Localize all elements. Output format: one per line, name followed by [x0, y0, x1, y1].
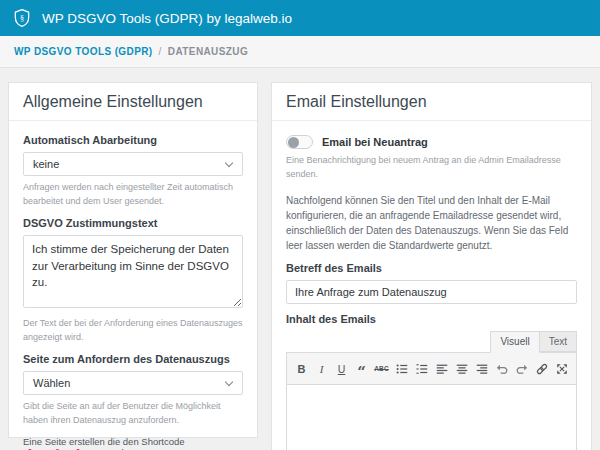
editor-toolbar: B I U “ ABC: [286, 352, 577, 385]
email-settings-body: Email bei Neuantrag Eine Benachrichtigun…: [272, 121, 591, 450]
tab-text[interactable]: Text: [540, 331, 577, 352]
shield-paragraph-icon: §: [12, 8, 32, 28]
general-settings-panel: Allgemeine Einstellungen Automatisch Aba…: [8, 82, 258, 438]
svg-text:§: §: [20, 14, 24, 23]
general-settings-header: Allgemeine Einstellungen: [9, 83, 257, 121]
italic-icon[interactable]: I: [312, 360, 331, 378]
email-intro-text: Nachfolgend können Sie den Titel und den…: [286, 193, 577, 253]
request-page-select[interactable]: Wählen: [23, 371, 243, 395]
email-notify-help: Eine Benachrichtigung bei neuem Antrag a…: [286, 154, 577, 181]
email-content-editor[interactable]: [286, 385, 577, 450]
shortcode-hint-before: Eine Seite erstellen die den Shortcode: [23, 436, 185, 447]
strikethrough-icon[interactable]: ABC: [372, 360, 391, 378]
blockquote-icon[interactable]: “: [352, 363, 371, 381]
general-settings-body: Automatisch Abarbeitung keine Anfragen w…: [9, 121, 257, 450]
request-page-label: Seite zum Anfordern des Datenauszugs: [23, 353, 243, 365]
email-notify-toggle-row: Email bei Neuantrag: [286, 135, 577, 149]
editor-tabs: Visuell Text: [286, 331, 577, 352]
fullscreen-icon[interactable]: [552, 360, 571, 378]
breadcrumb-root-link[interactable]: WP DSGVO TOOLS (GDPR): [14, 46, 153, 57]
breadcrumb-current: DATENAUSZUG: [168, 46, 248, 57]
chevron-down-icon: [225, 159, 233, 167]
underline-icon[interactable]: U: [332, 360, 351, 378]
bold-icon[interactable]: B: [292, 360, 311, 378]
email-notify-toggle[interactable]: [286, 135, 313, 149]
email-settings-header: Email Einstellungen: [272, 83, 591, 121]
app-title: WP DSGVO Tools (GDPR) by legalweb.io: [42, 11, 292, 26]
chevron-down-icon: [225, 378, 233, 386]
auto-processing-help: Anfragen werden nach eingestellter Zeit …: [23, 181, 243, 208]
email-settings-panel: Email Einstellungen Email bei Neuantrag …: [271, 82, 592, 450]
consent-text-area[interactable]: Ich stimme der Speicherung der Daten zur…: [23, 235, 243, 308]
auto-processing-selected-value: keine: [33, 158, 59, 170]
breadcrumb-separator: /: [159, 46, 162, 57]
align-right-icon[interactable]: [472, 360, 491, 378]
email-subject-label: Betreff des Emails: [286, 262, 577, 274]
bullet-list-icon[interactable]: [392, 360, 411, 378]
auto-processing-label: Automatisch Abarbeitung: [23, 134, 243, 146]
email-settings-title: Email Einstellungen: [286, 93, 577, 111]
numbered-list-icon[interactable]: [412, 360, 431, 378]
undo-icon[interactable]: [492, 360, 511, 378]
email-content-label: Inhalt des Emails: [286, 313, 577, 325]
general-settings-title: Allgemeine Einstellungen: [23, 93, 243, 111]
align-center-icon[interactable]: [452, 360, 471, 378]
auto-processing-select[interactable]: keine: [23, 152, 243, 176]
redo-icon[interactable]: [512, 360, 531, 378]
request-page-selected-value: Wählen: [33, 377, 70, 389]
app-header: § WP DSGVO Tools (GDPR) by legalweb.io: [0, 0, 600, 36]
align-left-icon[interactable]: [432, 360, 451, 378]
tab-visual[interactable]: Visuell: [490, 331, 539, 353]
breadcrumb: WP DSGVO TOOLS (GDPR) / DATENAUSZUG: [0, 36, 600, 68]
settings-page: Allgemeine Einstellungen Automatisch Aba…: [0, 68, 600, 450]
consent-text-label: DSGVO Zustimmungstext: [23, 217, 243, 229]
email-notify-label: Email bei Neuantrag: [322, 136, 428, 148]
request-page-help: Gibt die Seite an auf der Benutzer die M…: [23, 400, 243, 427]
consent-text-help: Der Text der bei der Anforderung eines D…: [23, 317, 243, 344]
shortcode-hint: Eine Seite erstellen die den Shortcode […: [23, 436, 243, 450]
toggle-knob: [288, 137, 299, 148]
link-icon[interactable]: [532, 360, 551, 378]
email-subject-input[interactable]: [286, 280, 577, 304]
